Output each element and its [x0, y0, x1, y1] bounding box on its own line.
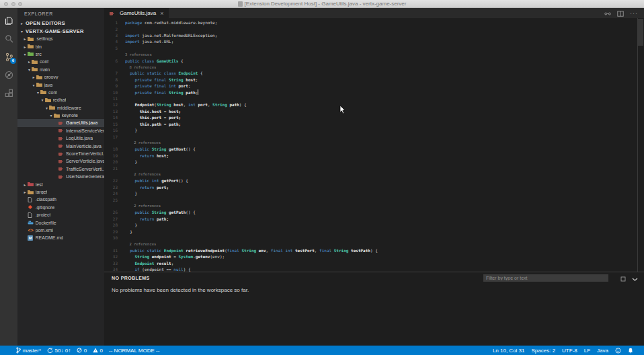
- editor-scrollbar[interactable]: [637, 18, 644, 272]
- code-line-16[interactable]: 16 }: [104, 127, 644, 133]
- activity-extensions-icon[interactable]: [0, 84, 17, 102]
- activity-files-icon[interactable]: [0, 11, 17, 30]
- scrollbar-thumb[interactable]: [638, 19, 643, 46]
- tree-item-conf[interactable]: ▸conf: [17, 58, 104, 65]
- tree-item-middleware[interactable]: ▾middleware: [17, 104, 104, 112]
- section-vertx-game-server[interactable]: ▾VERTX-GAME-SERVER: [17, 27, 104, 35]
- tree-item-gitignore[interactable]: .gitignore: [17, 204, 104, 211]
- status-java[interactable]: Java: [597, 348, 608, 354]
- code-line-24[interactable]: 24 }: [104, 190, 644, 196]
- open-changes-icon[interactable]: [604, 7, 611, 19]
- code-line-14[interactable]: 14 this.port = port;: [104, 114, 644, 120]
- codelens-label[interactable]: 3 references: [118, 52, 152, 56]
- status-feedback-smiley[interactable]: [615, 348, 621, 354]
- status-ln-10-col-31[interactable]: Ln 10, Col 31: [493, 348, 525, 354]
- code-line-20[interactable]: 20 }: [104, 159, 644, 165]
- activity-debug-icon[interactable]: [0, 66, 17, 84]
- code-line-15[interactable]: 15 this.path = path;: [104, 121, 644, 127]
- code-line-11[interactable]: 11: [104, 95, 644, 102]
- codelens-references[interactable]: 2 references: [104, 140, 644, 146]
- code-line-1[interactable]: 1package com.redhat.middleware.keynote;: [104, 19, 644, 26]
- code-line-17[interactable]: 17: [104, 133, 644, 139]
- codelens-label[interactable]: 2 references: [118, 204, 161, 208]
- tree-item-readme-md[interactable]: MREADME.md: [17, 234, 104, 241]
- code-line-5[interactable]: 5: [104, 45, 644, 51]
- tree-item-usernamegenerat[interactable]: UserNameGenerat...: [17, 173, 104, 180]
- code-line-8[interactable]: 8 private final String host;: [104, 77, 644, 83]
- status-git-branch[interactable]: master*: [16, 347, 41, 354]
- codelens-label[interactable]: 8 references: [118, 65, 156, 69]
- status-sync[interactable]: 50↓ 0↑: [47, 348, 71, 354]
- close-tab-icon[interactable]: ×: [160, 11, 163, 16]
- tree-item-project[interactable]: .project: [17, 211, 104, 219]
- codelens-references[interactable]: 8 references: [104, 64, 644, 70]
- codelens-references[interactable]: 3 references: [104, 51, 644, 57]
- status-utf-8[interactable]: UTF-8: [562, 348, 577, 354]
- code-editor[interactable]: 1package com.redhat.middleware.keynote;2…: [104, 18, 644, 272]
- tree-item-logutils-java[interactable]: LogUtils.java: [17, 134, 104, 142]
- activity-source-control-icon[interactable]: 6: [0, 48, 17, 66]
- code-line-34[interactable]: 34 if (endpoint == null) {: [104, 266, 644, 272]
- code-line-21[interactable]: 21: [104, 165, 644, 171]
- close-window-icon[interactable]: [4, 2, 8, 6]
- tree-item-test[interactable]: ▸test: [17, 180, 104, 188]
- panel-hide-chevron-icon[interactable]: [632, 272, 638, 284]
- code-line-27[interactable]: 27 return path;: [104, 216, 644, 222]
- code-line-12[interactable]: 12 Endpoint(String host, int port, Strin…: [104, 102, 644, 108]
- section-open-editors[interactable]: ▸OPEN EDITORS: [17, 19, 104, 27]
- code-line-3[interactable]: 3import java.net.MalformedURLException;: [104, 32, 644, 38]
- codelens-label[interactable]: 2 references: [118, 242, 156, 246]
- codelens-label[interactable]: 2 references: [118, 172, 161, 176]
- codelens-references[interactable]: 2 references: [104, 203, 644, 209]
- tree-item-com[interactable]: ▾com: [17, 89, 104, 96]
- activity-search-icon[interactable]: [0, 30, 17, 48]
- code-line-19[interactable]: 19 return host;: [104, 153, 644, 159]
- code-line-9[interactable]: 9 private final int port;: [104, 83, 644, 89]
- panel-maximize-icon[interactable]: [620, 272, 626, 284]
- code-line-18[interactable]: 18 public String getHost() {: [104, 146, 644, 152]
- code-line-29[interactable]: 29 }: [104, 228, 644, 234]
- minimize-window-icon[interactable]: [11, 2, 15, 6]
- status-lf[interactable]: LF: [584, 348, 590, 354]
- codelens-references[interactable]: 2 references: [104, 241, 644, 247]
- tree-item-bin[interactable]: ▸bin: [17, 42, 104, 50]
- code-line-7[interactable]: 7 public static class Endpoint {: [104, 70, 644, 76]
- more-actions-icon[interactable]: ···: [630, 11, 638, 15]
- codelens-label[interactable]: 2 references: [118, 141, 161, 145]
- code-line-32[interactable]: 32 String endpoint = System.getenv(env);: [104, 253, 644, 260]
- code-line-28[interactable]: 28 }: [104, 222, 644, 228]
- tree-item-serververticle-java[interactable]: ServerVerticle.java: [17, 157, 104, 165]
- tab-gameutils-java[interactable]: GameUtils.java ×: [104, 8, 169, 18]
- status-notifications-bell[interactable]: [628, 348, 633, 354]
- tree-item-gameutils-java[interactable]: GameUtils.java: [17, 119, 104, 126]
- tree-item-trafficserververti[interactable]: TrafficServerVerti...: [17, 165, 104, 173]
- status-errors[interactable]: 0: [77, 348, 87, 354]
- code-line-23[interactable]: 23 return port;: [104, 184, 644, 190]
- code-line-4[interactable]: 4import java.net.URL;: [104, 38, 644, 44]
- codelens-references[interactable]: 2 references: [104, 171, 644, 178]
- tree-item-redhat[interactable]: ▾redhat: [17, 96, 104, 104]
- status-spaces-2[interactable]: Spaces: 2: [532, 348, 556, 354]
- code-line-10[interactable]: 10 private final String path;: [104, 89, 644, 95]
- status-warnings[interactable]: 0: [93, 348, 103, 354]
- code-line-25[interactable]: 25: [104, 196, 644, 202]
- code-line-33[interactable]: 33 Endpoint result;: [104, 260, 644, 266]
- split-editor-icon[interactable]: [617, 7, 624, 19]
- tree-item-java[interactable]: ▾java: [17, 81, 104, 88]
- tree-item-target[interactable]: ▸target: [17, 188, 104, 196]
- tree-item-keynote[interactable]: ▾keynote: [17, 112, 104, 119]
- tree-item-mainverticle-java[interactable]: MainVerticle.java: [17, 142, 104, 149]
- code-line-2[interactable]: 2: [104, 26, 644, 32]
- tree-item-classpath[interactable]: .classpath: [17, 196, 104, 203]
- code-line-13[interactable]: 13 this.host = host;: [104, 108, 644, 114]
- tree-item-pom-xml[interactable]: <>pom.xml: [17, 227, 104, 234]
- tree-item-dockerfile[interactable]: Dockerfile: [17, 219, 104, 226]
- tree-item-main[interactable]: ▾main: [17, 66, 104, 73]
- code-line-6[interactable]: 6public class GameUtils {: [104, 57, 644, 63]
- problems-filter-input[interactable]: [483, 274, 608, 282]
- tree-item-src[interactable]: ▾src: [17, 50, 104, 58]
- tree-item-settings[interactable]: ▸.settings: [17, 35, 104, 42]
- code-line-30[interactable]: 30: [104, 235, 644, 241]
- code-line-26[interactable]: 26 public String getPath() {: [104, 209, 644, 215]
- tree-item-groovy[interactable]: ▸groovy: [17, 73, 104, 81]
